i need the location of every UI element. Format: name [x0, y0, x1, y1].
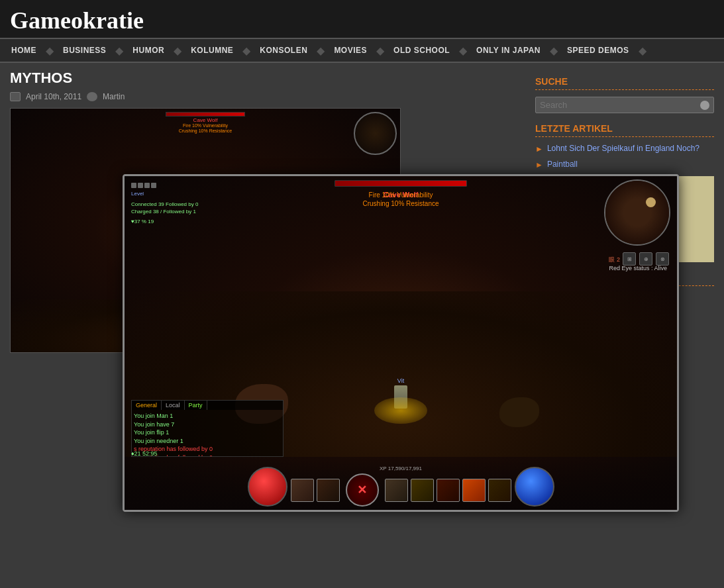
chat-tab-local[interactable]: Local: [162, 401, 185, 410]
chat-area: General Local Party You join Man 1 You j…: [131, 400, 284, 457]
search-form: [535, 97, 714, 113]
main-nav: HOME ◆ BUSINESS ◆ HUMOR ◆ KOLUMNE ◆ KONS…: [0, 38, 724, 63]
nav-sep-1: ◆: [44, 44, 55, 57]
skill-slot-7[interactable]: [488, 479, 511, 502]
coordinates: ♦21 52:95: [131, 450, 158, 457]
xp-display: XP 17,590/17,991: [380, 466, 422, 471]
nav-sep-3: ◆: [172, 44, 183, 57]
enemy-creature-2: [499, 397, 539, 427]
nav-only-in-japan[interactable]: ONLY IN JAPAN: [468, 39, 548, 62]
skill-slot-1[interactable]: [291, 479, 314, 502]
nav-sep-5: ◆: [315, 44, 326, 57]
nav-home[interactable]: HOME: [3, 39, 44, 62]
chat-messages: You join Man 1 You join have 7 You join …: [132, 410, 283, 456]
post-author: Martin: [103, 92, 125, 101]
skill-slot-6[interactable]: [462, 479, 486, 502]
nav-sep-2: ◆: [114, 44, 125, 57]
skill-slot-2[interactable]: [317, 479, 340, 502]
nav-kolumne[interactable]: KOLUMNE: [183, 39, 241, 62]
nav-sep-6: ◆: [375, 44, 386, 57]
minimap: [604, 179, 670, 246]
content-wrapper: MYTHOS April 10th, 2011 Martin Cave Wolf…: [0, 63, 724, 588]
nav-movies[interactable]: MOVIES: [326, 39, 375, 62]
search-section-title: SUCHE: [535, 76, 714, 90]
list-item: ► Paintball: [535, 160, 714, 170]
red-eye-status: 眼 2 Red Eye status : Alive: [609, 256, 667, 272]
game-image-container: Cave Wolf Fire 10% VulnerabilityCrushing…: [10, 108, 421, 366]
post-meta: April 10th, 2011 Martin: [10, 92, 515, 101]
player-stats: Level Connected 39 Followed by 0 Charged…: [131, 183, 198, 225]
search-input[interactable]: [540, 100, 700, 110]
skill-slot-4[interactable]: [411, 479, 434, 502]
search-button[interactable]: [700, 101, 709, 110]
author-icon: [87, 92, 97, 101]
chat-tab-party[interactable]: Party: [185, 401, 207, 410]
skill-slot-5[interactable]: [437, 479, 460, 502]
nav-speed-demos[interactable]: SPEED DEMOS: [559, 39, 637, 62]
nav-sep-4: ◆: [241, 44, 252, 57]
chat-tab-general[interactable]: General: [132, 401, 162, 410]
mana-orb: [515, 467, 554, 507]
nav-sep-9: ◆: [637, 44, 648, 57]
x-button[interactable]: ✕: [346, 473, 379, 507]
skill-bar: ✕: [291, 473, 511, 507]
site-title: Gameokratie: [10, 7, 144, 34]
main-content: MYTHOS April 10th, 2011 Martin Cave Wolf…: [0, 63, 525, 588]
arrow-icon-1: ►: [535, 144, 543, 154]
nav-sep-8: ◆: [548, 44, 559, 57]
list-item: ► Lohnt Sich Der Spielkauf in England No…: [535, 144, 714, 154]
health-orb: [248, 467, 287, 507]
post-title: MYTHOS: [10, 70, 515, 87]
nav-humor[interactable]: HUMOR: [125, 39, 172, 62]
skill-slot-3[interactable]: [385, 479, 408, 502]
game-bottom-bar: XP 17,590/17,991 ✕: [125, 460, 677, 510]
game-image-large[interactable]: Cave Wolf Fire 10% Vulnerability Crushin…: [123, 174, 679, 512]
calendar-icon: [10, 92, 21, 101]
arrow-icon-2: ►: [535, 160, 543, 170]
article-link-2[interactable]: Paintball: [547, 160, 578, 170]
nav-old-school[interactable]: OLD SCHOOL: [386, 39, 458, 62]
article-link-1[interactable]: Lohnt Sich Der Spielkauf in England Noch…: [547, 144, 699, 154]
nav-sep-7: ◆: [458, 44, 468, 57]
post-date: April 10th, 2011: [26, 92, 81, 101]
chat-tabs: General Local Party: [132, 401, 283, 410]
player-character: Vit: [388, 377, 414, 417]
site-header: Gameokratie: [0, 0, 724, 38]
nav-konsolen[interactable]: KONSOLEN: [252, 39, 315, 62]
nav-business[interactable]: BUSINESS: [55, 39, 114, 62]
vulnerability-text: Fire 10% Vulnerability Crushing 10% Resi…: [362, 191, 439, 208]
latest-articles-title: LETZTE ARTIKEL: [535, 123, 714, 137]
